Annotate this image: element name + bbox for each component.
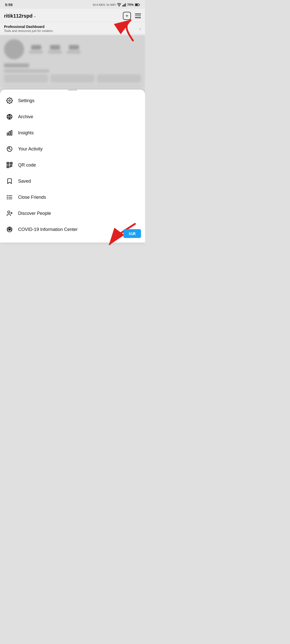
svg-rect-0 — [122, 5, 123, 6]
svg-rect-6 — [135, 4, 138, 5]
menu-item-discover-people[interactable]: Discover People — [0, 205, 145, 221]
bottom-sheet: Settings Archive — [0, 90, 145, 243]
wifi-icon — [117, 3, 121, 7]
svg-rect-2 — [124, 4, 125, 7]
pro-dashboard-subtitle: Tools and resources just for creators. — [4, 29, 54, 33]
activity-icon — [6, 145, 13, 152]
your-activity-label: Your Activity — [18, 146, 42, 152]
hamburger-button[interactable] — [135, 14, 141, 18]
add-post-button[interactable]: + — [123, 12, 131, 20]
insights-label: Insights — [18, 130, 34, 136]
svg-rect-11 — [9, 132, 10, 135]
pro-text-block: Professional Dashboard Tools and resourc… — [4, 25, 54, 33]
hamburger-line-3 — [135, 17, 141, 18]
watermark-text: G1 — [129, 232, 133, 236]
stat-blur-1 — [29, 45, 43, 54]
share-btn-blur — [51, 74, 94, 83]
blurred-stats-row — [4, 39, 141, 59]
status-bar: 5:59 34.9 KB/S Vo WiFi 70% — [0, 0, 145, 9]
avatar-blur — [4, 39, 24, 59]
svg-point-30 — [9, 229, 10, 230]
gear-icon — [6, 97, 13, 104]
battery-icon — [135, 3, 140, 7]
blurred-profile-content — [0, 35, 145, 87]
svg-rect-10 — [7, 133, 8, 135]
svg-rect-5 — [139, 4, 140, 5]
bio-blur — [4, 69, 49, 72]
discover-btn-blur — [97, 74, 141, 83]
sheet-handle — [68, 90, 77, 91]
pro-dashboard[interactable]: Professional Dashboard Tools and resourc… — [0, 22, 145, 35]
menu-item-archive[interactable]: Archive — [0, 109, 145, 125]
discover-icon — [6, 210, 13, 217]
settings-label: Settings — [18, 98, 34, 103]
edit-btn-blur — [4, 74, 48, 83]
svg-rect-3 — [125, 3, 126, 6]
menu-item-qr-code[interactable]: QR code — [0, 157, 145, 173]
buttons-blur — [4, 74, 141, 83]
pro-dashboard-arrow: › — [139, 26, 141, 31]
menu-item-your-activity[interactable]: Your Activity — [0, 141, 145, 157]
battery-text: 70% — [127, 3, 134, 7]
header-row: ritik112rspd ⌄ + — [0, 9, 145, 22]
svg-rect-12 — [11, 130, 12, 135]
chevron-down-icon[interactable]: ⌄ — [33, 14, 36, 18]
watermark: G1 W — [123, 229, 141, 238]
hamburger-line-1 — [135, 14, 141, 14]
stat-blur-2 — [48, 45, 62, 54]
menu-item-close-friends[interactable]: Close Friends — [0, 189, 145, 205]
svg-point-26 — [8, 211, 10, 213]
bookmark-icon — [6, 178, 13, 185]
svg-rect-18 — [11, 163, 12, 164]
insights-icon — [6, 129, 13, 136]
archive-label: Archive — [18, 114, 33, 119]
discover-people-label: Discover People — [18, 211, 51, 216]
close-friends-icon — [6, 194, 13, 201]
watermark-w: W — [133, 231, 136, 236]
menu-item-saved[interactable]: Saved — [0, 173, 145, 189]
plus-icon: + — [125, 13, 128, 19]
signal-icon — [122, 3, 126, 7]
header-icons: + — [123, 12, 141, 20]
svg-marker-23 — [7, 195, 8, 196]
qr-code-label: QR code — [18, 163, 36, 168]
qr-icon — [6, 162, 13, 169]
network-speed: 34.9 KB/S — [93, 3, 105, 6]
saved-label: Saved — [18, 179, 31, 184]
signal-label: Vo WiFi — [106, 3, 116, 6]
svg-rect-1 — [123, 5, 124, 7]
page-wrapper: 5:59 34.9 KB/S Vo WiFi 70% — [0, 0, 145, 322]
stat-blur-3 — [67, 45, 81, 54]
covid-icon — [6, 226, 13, 233]
status-time: 5:59 — [5, 3, 13, 7]
archive-icon — [6, 113, 13, 120]
username-text: ritik112rspd — [4, 13, 32, 19]
svg-rect-19 — [7, 166, 8, 167]
menu-item-insights[interactable]: Insights — [0, 125, 145, 141]
menu-item-settings[interactable]: Settings — [0, 93, 145, 109]
close-friends-label: Close Friends — [18, 195, 46, 200]
profile-area: ritik112rspd ⌄ + — [0, 9, 145, 87]
username-row: ritik112rspd ⌄ — [4, 13, 36, 19]
svg-marker-25 — [7, 198, 8, 199]
pro-dashboard-title: Professional Dashboard — [4, 25, 54, 29]
covid-label: COVID-19 Information Center — [18, 227, 78, 232]
status-right: 34.9 KB/S Vo WiFi 70% — [93, 3, 140, 7]
name-blur — [4, 63, 29, 67]
svg-point-8 — [9, 100, 11, 102]
svg-rect-17 — [7, 163, 8, 164]
svg-marker-24 — [7, 197, 8, 198]
hamburger-line-2 — [135, 16, 141, 16]
